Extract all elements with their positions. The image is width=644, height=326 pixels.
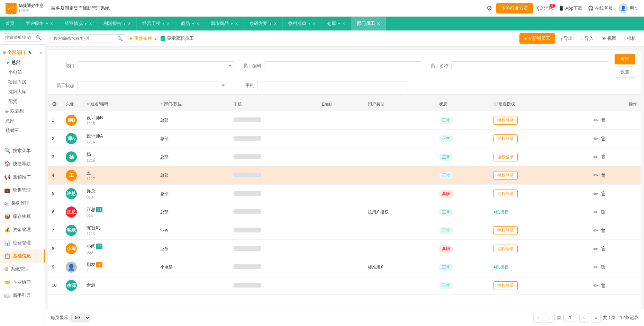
more-button[interactable]: | 粗粗 xyxy=(622,34,638,43)
tab-home[interactable]: 首页 xyxy=(0,17,20,30)
search-submit-button[interactable]: 查询 xyxy=(615,54,635,64)
close-icon[interactable]: ✕ xyxy=(166,21,170,26)
close-icon[interactable]: ✕ xyxy=(312,21,316,26)
auth-login-button[interactable]: 授权登录 xyxy=(493,281,518,290)
sort-icon[interactable]: ⇅ xyxy=(160,102,163,106)
search-reset-button[interactable]: 设置 xyxy=(615,67,635,78)
dept-item-xiangmukufang[interactable]: 项目库房 xyxy=(3,77,45,87)
auth-login-button[interactable]: 授权登录 xyxy=(493,190,518,198)
delete-icon[interactable]: 🗑 xyxy=(601,191,606,197)
resigned-checkbox[interactable]: ✓ xyxy=(161,36,165,41)
dept-item-zongbu2[interactable]: 总部 xyxy=(0,116,45,126)
edit-icon[interactable]: ✏ xyxy=(593,227,598,234)
table-settings-icon[interactable]: ⚙ xyxy=(52,101,57,107)
import-button[interactable]: ↓ 导入 xyxy=(578,34,596,43)
close-icon[interactable]: ✕ xyxy=(274,21,277,26)
copy-icon[interactable]: ⧉ xyxy=(601,264,605,271)
sidebar-item-sales[interactable]: 💼 销售管理 xyxy=(0,184,45,197)
edit-icon[interactable]: ✏ xyxy=(593,172,598,179)
close-icon[interactable]: ✕ xyxy=(235,21,238,26)
delete-icon[interactable]: 🗑 xyxy=(601,172,606,179)
sidebar-item-operations[interactable]: 📊 经营管理 xyxy=(0,236,45,249)
edit-icon[interactable]: ✏ xyxy=(593,246,598,252)
tab-barcode[interactable]: 条码方案▾✕ xyxy=(244,17,283,30)
dept-item-zongbu[interactable]: ▼ 总部 xyxy=(0,58,45,68)
tab-customer[interactable]: 客户联络▾✕ xyxy=(20,17,59,30)
employee-search-input[interactable] xyxy=(54,36,116,41)
tab-profit[interactable]: 利润报告▾✕ xyxy=(98,17,137,30)
sidebar-item-cooperation[interactable]: 🤝 企业协同 xyxy=(0,276,45,289)
copy-icon[interactable]: ⧉ xyxy=(601,209,605,215)
sort-icon[interactable]: ⇅ xyxy=(87,102,89,106)
dept-select[interactable] xyxy=(77,61,235,70)
edit-icon[interactable]: ✏ xyxy=(593,154,598,160)
close-icon[interactable]: ✕ xyxy=(128,21,131,26)
user-button[interactable]: 👤 用友 xyxy=(618,3,638,13)
edit-icon[interactable]: ✏ xyxy=(593,264,598,271)
auth-login-button[interactable]: 授权登录 xyxy=(493,171,518,180)
page-size-select[interactable]: 50 100 200 xyxy=(71,314,90,322)
delete-icon[interactable]: 🗑 xyxy=(601,117,606,124)
delete-icon[interactable]: 🗑 xyxy=(601,246,606,252)
settings-btn[interactable]: ⚙ xyxy=(487,5,492,12)
sidebar-item-finance[interactable]: 💰 资金管理 xyxy=(0,223,45,236)
edit-icon[interactable]: ✏ xyxy=(593,135,598,142)
tab-products[interactable]: 商品▾✕ xyxy=(175,17,205,30)
delete-icon[interactable]: 🗑 xyxy=(601,227,606,234)
delete-icon[interactable]: 🗑 xyxy=(601,154,606,160)
show-resigned-toggle[interactable]: ✓ 显示离职员工 xyxy=(161,35,194,42)
online-service-button[interactable]: 🎧 在线客服 xyxy=(588,5,613,11)
first-page-button[interactable]: « xyxy=(533,313,543,323)
auth-login-button[interactable]: 授权登录 xyxy=(493,153,518,161)
sidebar-item-inventory[interactable]: 📦 库存核算 xyxy=(0,210,45,223)
edit-icon[interactable]: ✏ xyxy=(593,282,598,289)
next-page-button[interactable]: › xyxy=(579,313,589,323)
tab-warehouse[interactable]: 仓库▾✕ xyxy=(321,17,351,30)
close-icon[interactable]: ✕ xyxy=(50,21,53,26)
tab-journey[interactable]: 经营历程▾✕ xyxy=(137,17,175,30)
auth-login-button[interactable]: 授权登录 xyxy=(493,134,518,143)
sidebar-item-guide[interactable]: 📖 新手引导 xyxy=(0,289,45,302)
tab-new-product[interactable]: 新增商品▾✕ xyxy=(205,17,244,30)
close-icon[interactable]: ✕ xyxy=(89,21,92,26)
view-button[interactable]: 👁 视图 xyxy=(599,34,619,43)
close-icon[interactable]: ✕ xyxy=(196,21,199,26)
dept-item-xiaodibu[interactable]: 小电部 xyxy=(3,68,45,77)
auth-login-button[interactable]: 授权登录 xyxy=(493,226,518,235)
close-icon[interactable]: ✕ xyxy=(342,21,345,26)
dept-item-shenyangdaku[interactable]: 沈阳大库 xyxy=(3,87,45,97)
tab-bom[interactable]: 物料清单▾✕ xyxy=(283,17,321,30)
sidebar-item-search[interactable]: 🔍 搜索菜单 xyxy=(0,144,45,157)
dept-item-peihuo[interactable]: 配货 xyxy=(3,97,45,106)
sidebar-item-basic-info[interactable]: 📋 基础信息 xyxy=(0,249,45,263)
prev-page-button[interactable]: ‹ xyxy=(545,313,555,323)
dept-item-zhushuwang[interactable]: 植树王二 xyxy=(0,126,45,135)
edit-icon[interactable]: ✏ xyxy=(593,191,598,197)
sidebar-item-quick-nav[interactable]: 🏠 快捷导航 xyxy=(0,157,45,170)
app-download-button[interactable]: 📱 App下载 xyxy=(559,5,582,11)
sidebar-item-system[interactable]: ⚙ 系统管理 xyxy=(0,263,45,276)
auth-login-button[interactable]: 授权登录 xyxy=(493,116,518,125)
more-conditions-button[interactable]: ▼ 更多条件 ▲ xyxy=(129,35,158,42)
collapse-icon[interactable]: « xyxy=(39,50,42,55)
add-employee-button[interactable]: + + 新增员工 xyxy=(519,33,555,44)
close-icon[interactable]: ✕ xyxy=(377,21,380,26)
export-button[interactable]: ↑ 导出 xyxy=(558,34,576,43)
tab-operations[interactable]: 经营情况▾✕ xyxy=(59,17,98,30)
sidebar-item-marketing[interactable]: 📢 营销推广 xyxy=(0,170,45,184)
trial-button[interactable]: 体验行业方案 xyxy=(496,3,533,14)
emp-code-input[interactable] xyxy=(264,61,422,70)
edit-icon[interactable]: ✏ xyxy=(593,209,598,215)
emp-name-input[interactable] xyxy=(451,61,609,70)
delete-icon[interactable]: 🗑 xyxy=(601,282,606,289)
edit-dept-icon[interactable]: ✎ xyxy=(28,50,32,55)
page-number-input[interactable] xyxy=(563,314,577,321)
emp-status-select[interactable] xyxy=(77,81,228,90)
auth-login-button[interactable]: 授权登录 xyxy=(493,245,518,253)
edit-icon[interactable]: ✏ xyxy=(593,117,598,124)
delete-icon[interactable]: 🗑 xyxy=(601,135,606,142)
last-page-button[interactable]: » xyxy=(591,313,601,323)
dept-item-shuanglu[interactable]: ▶ 双鹿想 xyxy=(0,106,45,116)
message-button[interactable]: 💬 6 消息 xyxy=(537,5,553,11)
sidebar-item-purchase[interactable]: 🛍 采购管理 xyxy=(0,197,45,210)
